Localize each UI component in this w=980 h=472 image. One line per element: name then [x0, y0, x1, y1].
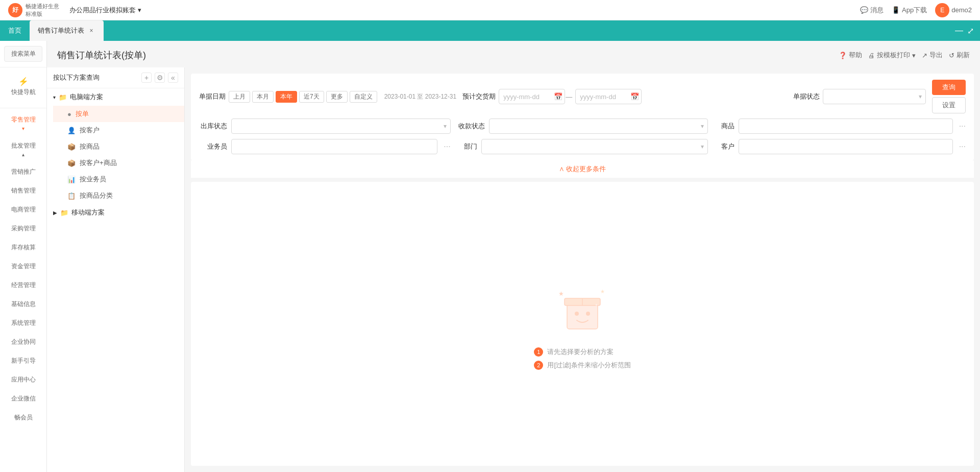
sidebar-item-corp[interactable]: 企业协同	[0, 333, 46, 351]
customer-more-icon[interactable]: ···	[959, 142, 966, 151]
salesperson-icon: 📊	[67, 176, 76, 183]
collapse-panel-button[interactable]: «	[168, 73, 178, 83]
status-select[interactable]	[823, 89, 926, 104]
print-button[interactable]: 🖨 按模板打印 ▾	[868, 51, 916, 60]
dept-select[interactable]	[481, 139, 708, 154]
date-filter-section: 单据日期 上月 本月 本年 近7天 更多 自定义 2023-01-01 至 20…	[199, 91, 456, 103]
tree-item-by-goods[interactable]: 📦 按商品	[53, 138, 184, 155]
outbound-label: 出库状态	[199, 122, 227, 131]
message-btn[interactable]: 💬 消息	[860, 6, 884, 15]
tab-home[interactable]: 首页	[0, 20, 30, 41]
period-more[interactable]: 更多	[326, 91, 348, 103]
calendar-end-icon[interactable]: 📅	[630, 92, 639, 101]
dept-select-wrap: ▾	[481, 139, 708, 154]
tree-item-by-salesperson[interactable]: 📊 按业务员	[53, 171, 184, 187]
message-icon: 💬	[860, 6, 868, 14]
tree-item-by-order[interactable]: ● 按单	[53, 106, 184, 122]
settings-button[interactable]: 设置	[932, 97, 966, 113]
left-panel-actions: + ⚙ «	[141, 73, 178, 83]
sidebar-item-system[interactable]: 系统管理	[0, 314, 46, 333]
sidebar-item-operations[interactable]: 经营管理	[0, 276, 46, 295]
sidebar-item-sales[interactable]: 销售管理	[0, 181, 46, 200]
sidebar-item-wechat[interactable]: 企业微信	[0, 389, 46, 408]
goods-input[interactable]	[739, 119, 952, 134]
svg-rect-0	[567, 303, 598, 329]
sidebar-item-basic[interactable]: 基础信息	[0, 295, 46, 314]
app-selector[interactable]: 办公用品行业模拟账套 ▾	[69, 6, 141, 15]
quicknav-icon: ⚡	[18, 77, 29, 86]
print-chevron-icon: ▾	[912, 52, 916, 59]
salesperson-input[interactable]	[231, 139, 437, 154]
date-range-display: 2023-01-01 至 2023-12-31	[384, 92, 456, 101]
customer-input[interactable]	[739, 139, 952, 154]
sidebar-item-wholesale[interactable]: 批发管理 ▴	[0, 136, 46, 162]
export-button[interactable]: ↗ 导出	[922, 51, 943, 60]
tree-parent-desktop[interactable]: ▾ 📁 电脑端方案	[47, 88, 184, 106]
order-icon: ●	[67, 110, 71, 118]
collapse-icon: ∧	[559, 165, 565, 173]
avatar-image: E	[935, 3, 949, 17]
refresh-icon: ↺	[949, 52, 954, 59]
outbound-select-wrap: ▾	[231, 119, 451, 134]
logo-area: 好 畅捷通好生意 标准版	[8, 3, 59, 17]
customer-goods-icon: 📦	[67, 159, 76, 167]
period-last-7-days[interactable]: 近7天	[299, 91, 324, 103]
customer-filter: 客户 ···	[714, 139, 966, 154]
content-area: 销售订单统计表(按单) ❓ 帮助 🖨 按模板打印 ▾ ↗ 导出 ↺ 刷新	[47, 41, 980, 472]
svg-point-4	[586, 312, 590, 316]
add-scheme-button[interactable]: +	[141, 73, 152, 83]
sidebar-item-newbie[interactable]: 新手引导	[0, 351, 46, 370]
sidebar-item-appcenter[interactable]: 应用中心	[0, 370, 46, 389]
export-icon: ↗	[922, 52, 927, 59]
sidebar-item-quicknav[interactable]: ⚡ 快捷导航	[0, 72, 46, 102]
calendar-start-icon[interactable]: 📅	[554, 92, 562, 101]
tree-item-by-category[interactable]: 📋 按商品分类	[53, 187, 184, 204]
logo-icon: 好	[8, 3, 22, 17]
tree-item-by-customer[interactable]: 👤 按客户	[53, 122, 184, 138]
settings-scheme-button[interactable]: ⚙	[155, 73, 165, 83]
period-last-month[interactable]: 上月	[229, 91, 250, 103]
sidebar: 搜索菜单 ⚡ 快捷导航 零售管理 ▾ 批发管理 ▴ 营销推广 销售管理 电商管理…	[0, 41, 47, 472]
page-actions: ❓ 帮助 🖨 按模板打印 ▾ ↗ 导出 ↺ 刷新	[839, 51, 970, 60]
sidebar-item-marketing[interactable]: 营销推广	[0, 162, 46, 181]
folder-icon: 📁	[59, 93, 67, 101]
sidebar-item-finance[interactable]: 资金管理	[0, 257, 46, 276]
tip-num-1: 1	[534, 347, 543, 357]
sidebar-item-ecommerce[interactable]: 电商管理	[0, 200, 46, 219]
outbound-select[interactable]	[231, 119, 451, 134]
user-avatar[interactable]: E demo2	[935, 3, 972, 17]
tab-sales-stat[interactable]: 销售订单统计表 ×	[30, 20, 104, 41]
search-menu-button[interactable]: 搜索菜单	[4, 46, 42, 62]
refresh-button[interactable]: ↺ 刷新	[949, 51, 970, 60]
main-layout: 搜索菜单 ⚡ 快捷导航 零售管理 ▾ 批发管理 ▴ 营销推广 销售管理 电商管理…	[0, 41, 980, 472]
chevron-down-icon: ▾	[138, 6, 141, 14]
period-buttons: 上月 本月 本年 近7天 更多 自定义	[229, 91, 377, 103]
minimize-icon[interactable]: —	[955, 26, 963, 35]
arrow-icon: ▾	[53, 95, 56, 100]
tree-parent-mobile[interactable]: ▶ 📁 移动端方案	[47, 204, 184, 221]
tree-item-by-customer-goods[interactable]: 📦 按客户+商品	[53, 155, 184, 171]
sidebar-item-member[interactable]: 畅会员	[0, 408, 46, 427]
left-panel: 按以下方案查询 + ⚙ « ▾ 📁 电脑端方案 ● 按单	[47, 67, 185, 472]
logo-text: 畅捷通好生意 标准版	[26, 3, 59, 17]
empty-tips: 1 请先选择要分析的方案 2 用[过滤]条件来缩小分析范围	[534, 347, 630, 370]
receipt-select[interactable]	[489, 119, 708, 134]
query-button[interactable]: 查询	[932, 80, 966, 95]
tab-close-icon[interactable]: ×	[87, 27, 95, 35]
help-button[interactable]: ❓ 帮助	[839, 51, 862, 60]
salesperson-more-icon[interactable]: ···	[444, 142, 450, 151]
period-this-month[interactable]: 本月	[252, 91, 274, 103]
maximize-icon[interactable]: ⤢	[967, 26, 974, 36]
mobile-folder-icon: 📁	[60, 209, 68, 217]
customer-label: 客户	[714, 142, 734, 151]
period-this-year[interactable]: 本年	[276, 91, 297, 103]
filter-area: 单据日期 上月 本月 本年 近7天 更多 自定义 2023-01-01 至 20…	[191, 74, 974, 160]
collapse-bar[interactable]: ∧ 收起更多条件	[191, 160, 974, 178]
goods-more-icon[interactable]: ···	[959, 122, 966, 131]
period-custom[interactable]: 自定义	[350, 91, 377, 103]
sidebar-item-purchase[interactable]: 采购管理	[0, 219, 46, 238]
filter-row-1: 单据日期 上月 本月 本年 近7天 更多 自定义 2023-01-01 至 20…	[199, 80, 966, 113]
app-download-btn[interactable]: 📱 App下载	[892, 6, 927, 15]
sidebar-item-inventory[interactable]: 库存核算	[0, 238, 46, 257]
sidebar-item-retail[interactable]: 零售管理 ▾	[0, 110, 46, 136]
